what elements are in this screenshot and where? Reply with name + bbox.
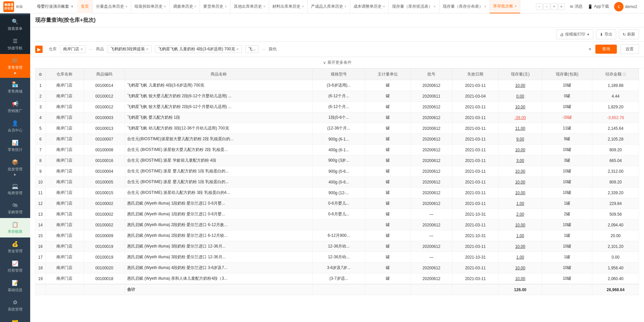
row-qty-pkg: 11罐 — [542, 123, 592, 134]
tab-close-11[interactable]: × — [515, 4, 517, 8]
tab-7[interactable]: 产成品入库单历史× — [308, 0, 350, 13]
refresh-button[interactable]: ↻ 刷新 — [619, 30, 639, 39]
product-filter-tag-1[interactable]: 飞鹤奶粉3段两提装 × — [107, 45, 152, 53]
row-qty-main[interactable]: 9.00 — [499, 134, 542, 145]
sidebar-item-finance[interactable]: 💰 资金管理 — [0, 237, 30, 257]
messages-button[interactable]: ✉ 消息 — [570, 4, 583, 9]
ecommerce-icon: 💻 — [12, 183, 18, 189]
sidebar-item-mgmt[interactable]: 📈 经营管理 — [0, 257, 30, 276]
print-button[interactable]: 🖨 按模板打印 ▼ — [556, 30, 593, 39]
sidebar-item-nav[interactable]: ☰ 快捷导航 — [0, 35, 30, 54]
username: demo2 — [625, 4, 637, 9]
tab-4[interactable]: 要货单历史× — [200, 0, 230, 13]
color-dropdown-icon[interactable]: ▼ — [588, 47, 592, 52]
tab-2[interactable]: 组装拆卸单历史× — [131, 0, 170, 13]
row-unit: 罐 — [365, 198, 411, 209]
tab-next-button[interactable]: › — [543, 3, 550, 10]
row-qty-main[interactable]: 1.00 — [499, 252, 542, 263]
row-qty-main[interactable]: 3.00 — [499, 155, 542, 166]
expand-conditions-button[interactable]: ∨ 展开更多条件 — [323, 60, 352, 65]
sidebar-purchase-label: 采购管理 — [8, 210, 22, 215]
row-qty-main[interactable]: 10.00 — [499, 241, 542, 252]
row-qty-main[interactable]: 10.00 — [499, 102, 542, 112]
row-qty-main[interactable]: 10.00 — [499, 177, 542, 187]
sidebar-item-base[interactable]: 📝 基础信息 — [0, 276, 30, 296]
row-spec: 900g (0-6... — [312, 166, 365, 177]
tab-home[interactable]: 首页 — [77, 0, 93, 13]
tab-close-10[interactable]: × — [484, 5, 486, 8]
warehouse-tag-close-icon[interactable]: × — [80, 47, 83, 52]
sidebar-item-purchase[interactable]: 🛍 采购管理 — [0, 199, 30, 218]
settings-icon[interactable]: ⚙ — [39, 72, 42, 77]
row-qty-main[interactable]: 11.00 — [499, 123, 542, 134]
product-tag-2-close-icon[interactable]: × — [236, 47, 239, 52]
row-qty-main[interactable]: 1.00 — [499, 198, 542, 209]
row-qty-main[interactable]: 2.00 — [499, 209, 542, 220]
row-qty-main[interactable]: 10.00 — [499, 263, 542, 273]
sidebar-item-member[interactable]: 👤 会员中心 — [0, 117, 30, 136]
sidebar-item-retail[interactable]: 🛒 零售管理 ▶ — [0, 54, 30, 78]
row-qty-main[interactable]: 1.00 — [499, 230, 542, 241]
tab-9[interactable]: 现存量（库存状况表）× — [389, 0, 439, 13]
tab-5[interactable]: 其他出库单历史× — [230, 0, 269, 13]
row-expire: 2021-10-31 — [452, 209, 499, 220]
amount-info-icon[interactable]: ⓘ — [623, 72, 626, 76]
product-filter-tag-2[interactable]: 飞鹤星飞帆 儿童奶粉 4段(3-6岁适用) 700克 × — [155, 45, 242, 53]
tab-close-7[interactable]: × — [344, 5, 346, 8]
row-batch: 20200611 — [411, 91, 452, 102]
sidebar-item-collab[interactable]: 🤝 企业协同 — [0, 315, 30, 322]
sidebar-item-inventory[interactable]: 📋 库存核算 — [0, 218, 30, 237]
tab-close-2[interactable]: × — [164, 5, 166, 8]
tab-close-8[interactable]: × — [383, 5, 385, 8]
filter-expand-arrow[interactable]: ▶ — [35, 46, 43, 53]
tab-1[interactable]: 分量盘点单历史× — [93, 0, 131, 13]
sidebar-item-system[interactable]: ⚙ 系统管理 — [0, 296, 30, 315]
row-qty-main[interactable]: 10.00 — [499, 273, 542, 284]
row-spec: 900g (3岁... — [312, 155, 365, 166]
tab-close-all-button[interactable]: × — [551, 3, 557, 10]
account-dropdown[interactable]: 母婴行业演示账套 ▼ — [34, 4, 77, 9]
tab-close-4[interactable]: × — [225, 5, 227, 8]
tab-6[interactable]: 材料出库单历史× — [269, 0, 308, 13]
query-button[interactable]: 查询 — [595, 45, 617, 54]
product-filter-tag-more[interactable]: 飞... — [245, 45, 259, 53]
row-qty-main[interactable]: 10.00 — [499, 220, 542, 230]
tab-close-6[interactable]: × — [302, 5, 304, 8]
tab-menu-button[interactable]: ≡ — [558, 3, 565, 10]
warehouse-filter-tag[interactable]: 南岸门店 × — [60, 45, 86, 53]
sidebar-item-ecommerce[interactable]: 💻 电商管理 — [0, 179, 30, 199]
sidebar-item-marketing[interactable]: 📢 营销推广 — [0, 97, 30, 117]
tab-11[interactable]: 库存批次账× — [490, 0, 520, 13]
user-menu[interactable]: E demo2 — [614, 2, 637, 11]
tab-3[interactable]: 调拨单历史× — [170, 0, 200, 13]
sidebar-item-mall[interactable]: 🏪 零售商城 — [0, 78, 30, 97]
app-download-button[interactable]: 📱 App下载 — [588, 4, 609, 9]
product-more-icon[interactable]: ··· — [262, 47, 265, 52]
product-tag-1-close-icon[interactable]: × — [146, 47, 149, 52]
row-unit: 罐 — [365, 134, 411, 145]
setting-button[interactable]: 设置 — [620, 44, 639, 54]
row-name: 惠氏启赋 (Wyeth illuma) 亲和人体儿童配方奶粉4段（3... — [125, 273, 313, 284]
sidebar-item-search[interactable]: 🔍 搜索菜单 — [0, 15, 30, 35]
row-batch: 20200612 — [411, 155, 452, 166]
tab-close-9[interactable]: × — [434, 5, 436, 8]
row-batch: 20200612 — [411, 166, 452, 177]
tab-prev-button[interactable]: ‹ — [536, 3, 543, 10]
tab-close-1[interactable]: × — [125, 5, 127, 8]
row-qty-main[interactable]: 10.00 — [499, 80, 542, 91]
row-qty-main[interactable]: 10.00 — [499, 145, 542, 155]
row-qty-main[interactable]: -39.00 — [499, 112, 542, 123]
row-qty-main[interactable]: 10.00 — [499, 166, 542, 177]
row-batch: 20200612 — [411, 273, 452, 284]
sidebar-item-wholesale[interactable]: 📦 批发管理 ▶ — [0, 156, 30, 179]
tab-close-3[interactable]: × — [195, 5, 197, 8]
tab-close-5[interactable]: × — [263, 5, 265, 8]
tab-10[interactable]: 现存量（库存分布表）× — [439, 0, 490, 13]
export-button[interactable]: ⬇ 导出 — [596, 30, 616, 39]
sidebar-item-stats[interactable]: 📊 零售统计 — [0, 136, 30, 156]
row-qty-main[interactable]: 0.00 — [499, 91, 542, 102]
row-qty-main[interactable]: 10.00 — [499, 187, 542, 198]
retail-icon: 🛒 — [12, 57, 18, 64]
warehouse-more-icon[interactable]: ··· — [89, 47, 93, 52]
tab-8[interactable]: 成本调整单历史× — [350, 0, 389, 13]
